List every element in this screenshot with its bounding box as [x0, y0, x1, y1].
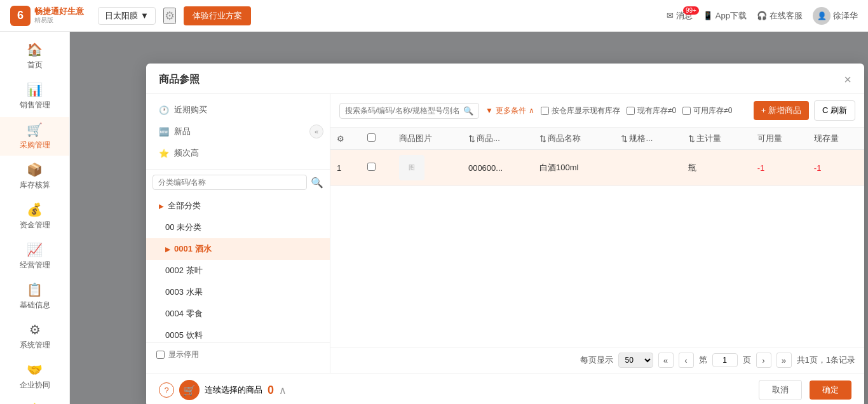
row-unit: 瓶: [682, 150, 751, 186]
add-product-button[interactable]: + 新增商品: [754, 101, 809, 120]
category-search-button[interactable]: 🔍: [311, 177, 323, 189]
modal-title: 商品参照: [159, 73, 200, 86]
available-stock-checkbox[interactable]: [682, 107, 691, 115]
refresh-button[interactable]: C 刷新: [814, 100, 855, 121]
row-spec: [614, 150, 682, 186]
cart-count: 0: [268, 384, 274, 397]
col-img: 商品图片: [393, 128, 462, 150]
nav-right: ✉ 消息 99+ 📱 App下载 🎧 在线客服 👤 徐泽华: [667, 7, 858, 25]
next-page-button[interactable]: ›: [756, 353, 771, 368]
prev-page-button[interactable]: ‹: [679, 353, 694, 368]
col-code[interactable]: ⇅ 商品...: [462, 128, 533, 150]
row-checkbox[interactable]: [367, 163, 376, 171]
modal-footer: ? 🛒 连续选择的商品 0 ∧ 取消 确定: [146, 373, 864, 404]
confirm-button[interactable]: 确定: [810, 380, 851, 400]
logo-area: 6 畅捷通好生意 精易版: [10, 6, 84, 26]
last-page-button[interactable]: »: [776, 353, 792, 368]
help-button[interactable]: ?: [159, 382, 174, 398]
col-checkbox: [361, 128, 393, 150]
cart-area: ? 🛒 连续选择的商品 0 ∧: [159, 380, 751, 400]
search-icon[interactable]: 🔍: [463, 106, 473, 116]
available-stock-checkbox-label[interactable]: 可用库存≠0: [682, 105, 732, 116]
trial-button[interactable]: 体验行业方案: [184, 6, 251, 25]
sort-icon-unit: ⇅: [688, 134, 695, 144]
row-code: 000600...: [462, 150, 533, 186]
avatar: 👤: [813, 7, 831, 25]
sidebar-item-inventory[interactable]: 📦 库存核算: [0, 157, 69, 196]
sort-icon-code: ⇅: [468, 134, 475, 144]
row-img-cell: 图: [393, 150, 462, 186]
message-button[interactable]: ✉ 消息 99+: [667, 10, 693, 22]
customer-service-button[interactable]: 🎧 在线客服: [757, 10, 803, 22]
row-stock: -1: [808, 150, 864, 186]
sales-icon: 📊: [27, 82, 43, 97]
more-filter-button[interactable]: ▼ 更多条件 ∧: [485, 105, 534, 116]
category-search: 🔍: [146, 170, 330, 195]
right-panel: 🔍 ▼ 更多条件 ∧ 按仓库显示现有库存: [330, 94, 864, 373]
per-page-select[interactable]: 50 10 20 100: [618, 353, 653, 368]
show-disabled-area: 显示停用: [146, 342, 330, 367]
modal-body: 🕐 近期购买 🆕 新品 ⭐ 频次高: [146, 94, 864, 373]
sidebar-item-basic-info[interactable]: 📋 基础信息: [0, 277, 69, 316]
app-download-button[interactable]: 📱 App下载: [703, 10, 747, 22]
warehouse-stock-checkbox-label[interactable]: 按仓库显示现有库存: [541, 105, 620, 116]
first-page-button[interactable]: «: [658, 353, 674, 368]
warehouse-stock-checkbox[interactable]: [541, 107, 549, 115]
quick-link-recent[interactable]: 🕐 近期购买: [153, 100, 309, 119]
category-item-0001[interactable]: ▶ 0001 酒水: [146, 238, 330, 260]
category-item-00[interactable]: 00 未分类: [146, 217, 330, 238]
col-name[interactable]: ⇅ 商品名称: [533, 128, 614, 150]
footer-collapse-button[interactable]: ∧: [279, 384, 287, 396]
toolbar-right: + 新增商品 C 刷新: [754, 100, 855, 121]
product-image: 图: [399, 155, 424, 180]
operations-icon: 📈: [27, 242, 43, 257]
category-item-all[interactable]: ▶ 全部分类: [146, 195, 330, 217]
col-stock: 现存量: [808, 128, 864, 150]
settings-icon[interactable]: ⚙: [337, 134, 344, 144]
sidebar-item-purchase[interactable]: 🛒 采购管理: [0, 117, 69, 156]
system-icon: ⚙: [29, 322, 41, 337]
sidebar-item-sales[interactable]: 📊 销售管理: [0, 77, 69, 116]
cancel-button[interactable]: 取消: [759, 380, 802, 400]
quick-link-new[interactable]: 🆕 新品: [153, 122, 309, 141]
category-item-0004[interactable]: 0004 零食: [146, 303, 330, 325]
sidebar-item-home[interactable]: 🏠 首页: [0, 37, 69, 76]
left-panel-collapse-button[interactable]: «: [309, 125, 323, 138]
purchase-icon: 🛒: [27, 122, 43, 137]
page-input[interactable]: [712, 353, 738, 367]
main-layout: 🏠 首页 📊 销售管理 🛒 采购管理 📦 库存核算 💰 资金管理 📈 经营管理 …: [0, 32, 868, 404]
quick-link-frequent[interactable]: ⭐ 频次高: [153, 144, 309, 163]
category-arrow-all: ▶: [159, 203, 164, 210]
current-stock-checkbox-label[interactable]: 现有库存≠0: [627, 105, 676, 116]
inventory-icon: 📦: [27, 162, 43, 177]
category-search-input[interactable]: [153, 175, 307, 190]
category-item-0005[interactable]: 0005 饮料: [146, 325, 330, 342]
col-spec[interactable]: ⇅ 规格...: [614, 128, 682, 150]
category-item-0003[interactable]: 0003 水果: [146, 281, 330, 303]
sidebar-item-operations[interactable]: 📈 经营管理: [0, 237, 69, 276]
user-menu[interactable]: 👤 徐泽华: [813, 7, 858, 25]
sidebar-item-enterprise[interactable]: 🤝 企业协同: [0, 357, 69, 396]
store-select[interactable]: 日太阳膜 ▼: [98, 7, 156, 25]
toolbar: 🔍 ▼ 更多条件 ∧ 按仓库显示现有库存: [330, 94, 864, 128]
product-search-input[interactable]: [345, 106, 463, 115]
select-all-checkbox[interactable]: [367, 133, 376, 142]
row-available: -1: [751, 150, 808, 186]
modal-header: 商品参照 ×: [146, 64, 864, 94]
settings-button[interactable]: ⚙: [163, 8, 176, 24]
col-unit[interactable]: ⇅ 主计量: [682, 128, 751, 150]
product-search-wrap: 🔍: [339, 103, 479, 119]
sidebar-item-system[interactable]: ⚙ 系统管理: [0, 317, 69, 356]
enterprise-icon: 🤝: [27, 362, 43, 377]
left-panel: 🕐 近期购买 🆕 新品 ⭐ 频次高: [146, 94, 330, 373]
sidebar-item-guide[interactable]: 🌟 新手引导: [0, 397, 69, 404]
category-item-0002[interactable]: 0002 茶叶: [146, 260, 330, 281]
current-stock-checkbox[interactable]: [627, 107, 635, 115]
table-row[interactable]: 1 图 000600... 白酒100ml 瓶 -1: [330, 150, 864, 186]
sidebar-item-finance[interactable]: 💰 资金管理: [0, 197, 69, 236]
top-nav: 6 畅捷通好生意 精易版 日太阳膜 ▼ ⚙ 体验行业方案 ✉ 消息 99+ 📱 …: [0, 0, 868, 32]
show-disabled-checkbox[interactable]: [156, 351, 165, 359]
sidebar: 🏠 首页 📊 销售管理 🛒 采购管理 📦 库存核算 💰 资金管理 📈 经营管理 …: [0, 32, 70, 404]
row-name: 白酒100ml: [533, 150, 614, 186]
modal-close-button[interactable]: ×: [844, 72, 851, 87]
